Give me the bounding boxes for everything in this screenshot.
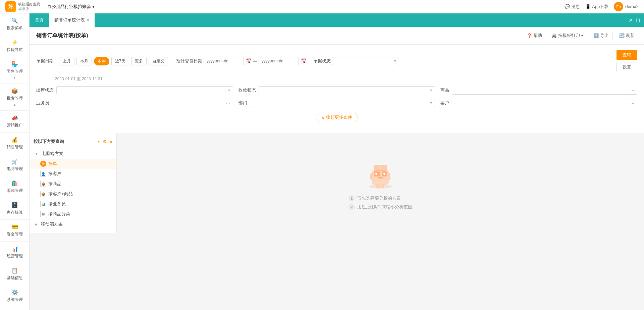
svg-rect-7 xyxy=(370,173,373,180)
by-customer-goods-label: 按客户+商品 xyxy=(48,191,73,197)
goods-field[interactable]: ··· xyxy=(452,86,637,95)
more-button[interactable]: 更多 xyxy=(131,57,147,65)
calendar-end-icon[interactable]: 📅 xyxy=(301,58,307,64)
last7-button[interactable]: 近7天 xyxy=(111,57,129,65)
tip2-num: 2 xyxy=(348,204,355,210)
sidebar-item-search[interactable]: 🔍 搜索菜单 xyxy=(0,13,29,35)
tab-close-icon[interactable]: × xyxy=(87,18,89,22)
sidebar-item-quicknav[interactable]: ⚡ 快捷导航 xyxy=(0,35,29,57)
tree-mobile-section-header[interactable]: ▶ 移动端方案 xyxy=(30,219,116,229)
sidebar-item-retail[interactable]: 🏪 零售管理 ▼ xyxy=(0,57,29,84)
tree-item-by-goods[interactable]: 📦 按商品 xyxy=(30,179,116,189)
tree-pc-section-header[interactable]: ▼ 电脑端方案 xyxy=(30,149,116,159)
goods-group: 商品 ··· xyxy=(440,86,637,95)
collection-status-field[interactable]: ▾ xyxy=(259,86,435,94)
salesperson-label: 业务员 xyxy=(36,100,49,106)
department-text xyxy=(250,102,427,104)
sidebar-item-enterprise[interactable]: 🤝 企业协同 xyxy=(0,307,29,310)
system-icon: ⚙️ xyxy=(11,289,18,296)
sidebar-item-inventory[interactable]: 🗄️ 库存核算 xyxy=(0,198,29,220)
empty-tips: 1 请先选择要分析的方案 2 用[过滤]条件来缩小分析范围 xyxy=(348,195,412,210)
customer-field[interactable]: ··· xyxy=(452,99,637,107)
svg-rect-10 xyxy=(381,184,384,188)
logo-area[interactable]: 好 畅捷通好生意 标准版 xyxy=(5,1,40,12)
inventory-icon: 🗄️ xyxy=(11,202,18,208)
collapse-button[interactable]: ∧ 收起更多条件 xyxy=(316,113,358,122)
svg-point-0 xyxy=(369,185,392,189)
marketing-icon: 📣 xyxy=(11,115,18,121)
sidebar-item-ecom[interactable]: 🛒 电商管理 xyxy=(0,154,29,176)
out-status-text xyxy=(57,89,225,92)
empty-tip-2: 2 用[过滤]条件来缩小分析范围 xyxy=(348,204,412,210)
print-button[interactable]: 🖨️ 按模板打印 ▾ xyxy=(549,31,586,40)
prev-month-button[interactable]: 上月 xyxy=(59,57,74,65)
sidebar-item-basic[interactable]: 📋 基础信息 xyxy=(0,263,29,285)
tree-item-by-goods-category[interactable]: ⊞ 按商品分类 xyxy=(30,209,116,219)
salesperson-group: 业务员 ··· xyxy=(36,99,233,107)
settings-button[interactable]: 设置 xyxy=(616,62,637,72)
query-button[interactable]: 查询 xyxy=(616,50,637,60)
tab-close-window-icon[interactable]: ✕ xyxy=(629,17,633,23)
pc-section-label: 电脑端方案 xyxy=(42,151,63,157)
message-button[interactable]: 💬 消息 xyxy=(565,4,580,10)
sidebar-retail-label: 零售管理 xyxy=(7,69,23,74)
search-icon: 🔍 xyxy=(11,17,18,24)
bill-status-label: 单据状态 xyxy=(313,58,331,64)
user-area[interactable]: Ea demo2 xyxy=(614,2,639,11)
department-group: 部门 ▾ xyxy=(238,99,435,107)
sidebar-item-purchase[interactable]: 🛍️ 采购管理 xyxy=(0,176,29,198)
expected-date-end-group: 📅 xyxy=(259,57,307,65)
help-button[interactable]: ❓ 帮助 xyxy=(524,31,545,40)
tree-item-by-order[interactable]: 按 按单 xyxy=(30,159,116,169)
bill-status-field[interactable]: ▾ xyxy=(332,57,399,65)
svg-rect-8 xyxy=(388,173,390,180)
logo-subtext: 标准版 xyxy=(18,6,40,11)
active-tab-label: 销售订单统计表 xyxy=(54,17,85,23)
out-status-group: 出库状态 ▾ xyxy=(36,86,233,95)
tree-item-by-customer[interactable]: 👤 按客户 xyxy=(30,169,116,179)
sidebar-item-marketing[interactable]: 📣 营销推广 xyxy=(0,111,29,133)
refresh-button[interactable]: 🔄 刷新 xyxy=(616,31,637,40)
page-content: 销售订单统计表(按单) ❓ 帮助 🖨️ 按模板打印 ▾ ⬆️ 导出 xyxy=(30,27,644,310)
app-download-label: App下载 xyxy=(592,4,608,10)
out-status-field[interactable]: ▾ xyxy=(56,86,233,94)
salesperson-field[interactable]: ··· xyxy=(52,99,233,107)
tab-maximize-icon[interactable]: ⊡ xyxy=(636,17,640,23)
tab-home[interactable]: 首页 xyxy=(30,13,49,27)
sidebar-item-operations[interactable]: 📊 经营管理 xyxy=(0,242,29,263)
curr-month-button[interactable]: 本月 xyxy=(76,57,92,65)
tree-item-by-salesperson[interactable]: 📊 按业务员 xyxy=(30,199,116,209)
expected-date-end-input[interactable] xyxy=(259,57,299,65)
purchase-icon: 🛍️ xyxy=(11,180,18,187)
tab-sales-stat[interactable]: 销售订单统计表 × xyxy=(49,13,95,27)
page-header-actions: ❓ 帮助 🖨️ 按模板打印 ▾ ⬆️ 导出 🔄 刷新 xyxy=(524,31,637,40)
workspace-selector[interactable]: 办公用品行业模拟账套 ▾ xyxy=(43,4,95,10)
sidebar-item-wholesale[interactable]: 📦 批发管理 ▲ xyxy=(0,84,29,111)
sidebar-sales-label: 销售管理 xyxy=(7,144,23,150)
sidebar: 🔍 搜索菜单 ⚡ 快捷导航 🏪 零售管理 ▼ 📦 批发管理 ▲ 📣 营销推广 💰… xyxy=(0,13,30,310)
department-field[interactable]: ▾ xyxy=(250,99,435,107)
add-plan-icon[interactable]: + xyxy=(97,139,100,144)
expected-date-start-group: 📅 xyxy=(204,57,252,65)
calendar-start-icon[interactable]: 📅 xyxy=(246,58,252,64)
sidebar-search-label: 搜索菜单 xyxy=(7,25,23,31)
filter-section: 单据日期 上月 本月 本年 近7天 更多 自定义 xyxy=(30,45,644,130)
sidebar-item-sales[interactable]: 💰 销售管理 xyxy=(0,133,29,154)
sidebar-item-system[interactable]: ⚙️ 系统管理 xyxy=(0,285,29,307)
settings-plan-icon[interactable]: ⚙ xyxy=(103,139,107,144)
export-button[interactable]: ⬆️ 导出 xyxy=(590,31,612,40)
sidebar-item-finance[interactable]: 💳 资金管理 xyxy=(0,220,29,242)
page-header: 销售订单统计表(按单) ❓ 帮助 🖨️ 按模板打印 ▾ ⬆️ 导出 xyxy=(30,27,644,45)
action-buttons-area: 查询 设置 xyxy=(616,50,637,72)
app-download-button[interactable]: 📱 App下载 xyxy=(585,4,608,10)
tree-item-by-customer-goods[interactable]: 📦 按客户+商品 xyxy=(30,189,116,199)
curr-year-button[interactable]: 本年 xyxy=(94,57,109,65)
customer-text xyxy=(452,102,628,104)
department-chevron-icon: ▾ xyxy=(427,99,435,107)
mobile-section-expand-icon: ▶ xyxy=(35,222,38,226)
expected-date-start-input[interactable] xyxy=(204,57,244,65)
bill-status-text xyxy=(332,60,391,62)
operations-icon: 📊 xyxy=(11,246,18,252)
collapse-panel-icon[interactable]: « xyxy=(110,139,112,144)
custom-button[interactable]: 自定义 xyxy=(149,57,168,65)
